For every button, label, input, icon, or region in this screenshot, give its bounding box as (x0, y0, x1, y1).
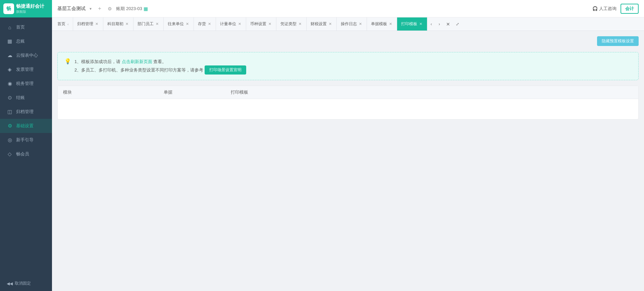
add-tab-button[interactable]: ＋ (96, 4, 104, 13)
tab-unit[interactable]: 计量单位 ✕ (216, 17, 246, 31)
period-label: 账期 (116, 6, 125, 12)
settings-button[interactable]: ⚙ (108, 6, 112, 11)
tab-inventory[interactable]: 存货 ✕ (194, 17, 216, 31)
tab-inventory-label: 存货 (198, 21, 206, 27)
hide-template-button[interactable]: 隐藏预置模板设置 (597, 36, 639, 46)
sidebar-nav: ⌂ 首页 ▦ 总账 ☁ 云报表中心 ◈ 发票管理 ◉ 税务管理 ⊙ 结账 ◫ 归… (0, 17, 52, 276)
top-right-area: 隐藏预置模板设置 (57, 36, 639, 49)
sidebar-item-label: 畅会员 (16, 151, 29, 157)
sidebar-item-label: 税务管理 (16, 81, 34, 87)
invoice-icon: ◈ (7, 66, 13, 72)
tab-printtemplate-label: 打印模板 (401, 21, 417, 27)
tab-printtemplate[interactable]: 打印模板 ✕ (397, 17, 427, 31)
main-area: 基层工会测试 ▾ ＋ ⚙ 账期 2023-03 ▦ 🎧 人工咨询 会计 首页 ‹… (52, 0, 644, 291)
sidebar-item-archive[interactable]: ◫ 归档管理 (0, 105, 52, 119)
logo-icon: 畅 (3, 3, 14, 14)
tab-subject[interactable]: 科目期初 ✕ (103, 17, 133, 31)
sidebar-item-label: 云报表中心 (16, 52, 38, 58)
accountant-button[interactable]: 会计 (621, 4, 639, 14)
member-icon: ◇ (7, 151, 13, 157)
tab-home-label: 首页 (57, 21, 65, 27)
unpin-icon: ◀◀ (7, 281, 13, 286)
sidebar-item-home[interactable]: ⌂ 首页 (0, 20, 52, 34)
tab-close-subject[interactable]: ✕ (125, 21, 129, 27)
tab-singledoc-label: 单据模板 (371, 21, 387, 27)
headset-icon: 🎧 (592, 6, 598, 11)
tab-subject-label: 科目期初 (107, 21, 123, 27)
print-scene-button[interactable]: 打印场景设置宣明 (205, 65, 246, 75)
tab-expand-button[interactable]: ⤢ (453, 17, 462, 31)
col-header-document: 单据 (158, 86, 225, 99)
tabbar: 首页 ‹ 归档管理 ✕ 科目期初 ✕ 部门员工 ✕ 往来单位 ✕ 存货 ✕ 计量… (52, 17, 644, 31)
tab-currency[interactable]: 币种设置 ✕ (246, 17, 276, 31)
notice-line2-before: 2、多员工、多打印机、多种业务类型设置不同打印方案等，请参考 (74, 66, 203, 74)
calendar-icon[interactable]: ▦ (144, 6, 148, 11)
tab-oplog-label: 操作日志 (341, 21, 357, 27)
sidebar-item-label: 发票管理 (16, 66, 34, 72)
tab-singledoc[interactable]: 单据模板 ✕ (367, 17, 397, 31)
notice-line1-before: 1、模板添加成功后，请 (74, 59, 120, 64)
support-label: 人工咨询 (599, 6, 616, 12)
tab-home[interactable]: 首页 ‹ (53, 17, 73, 31)
notice-box: 💡 1、模板添加成功后，请 点击刷新新页面 查看。 2、多员工、多打印机、多种业… (57, 52, 639, 80)
tab-close-oplog[interactable]: ✕ (358, 21, 363, 27)
tab-home-sep: ‹ (67, 22, 69, 26)
notice-line1: 1、模板添加成功后，请 点击刷新新页面 查看。 (74, 58, 246, 65)
tab-vendor[interactable]: 往来单位 ✕ (164, 17, 194, 31)
sidebar-item-invoice[interactable]: ◈ 发票管理 (0, 62, 52, 77)
sidebar-item-label: 基础设置 (16, 123, 34, 129)
table-body (58, 99, 638, 119)
tab-close-printtemplate[interactable]: ✕ (419, 21, 423, 27)
sidebar-item-label: 新手引导 (16, 137, 34, 143)
data-table: 模块 单据 打印模板 (57, 86, 639, 119)
tab-close-dept[interactable]: ✕ (155, 21, 159, 27)
support-button[interactable]: 🎧 人工咨询 (592, 6, 616, 12)
tab-tax-settings[interactable]: 财税设置 ✕ (307, 17, 337, 31)
sidebar-item-ledger[interactable]: ▦ 总账 (0, 34, 52, 48)
tab-close-archive[interactable]: ✕ (95, 21, 99, 27)
notice-refresh-link[interactable]: 点击刷新新页面 (122, 59, 152, 64)
tab-window-close-button[interactable]: ✕ (443, 17, 453, 31)
tab-currency-label: 币种设置 (250, 21, 266, 27)
tab-oplog[interactable]: 操作日志 ✕ (337, 17, 367, 31)
tab-close-singledoc[interactable]: ✕ (388, 21, 393, 27)
company-dropdown-icon[interactable]: ▾ (90, 6, 92, 11)
tab-close-inventory[interactable]: ✕ (207, 21, 212, 27)
tab-close-unit[interactable]: ✕ (237, 21, 242, 27)
tab-dept[interactable]: 部门员工 ✕ (133, 17, 164, 31)
notice-header: 💡 1、模板添加成功后，请 点击刷新新页面 查看。 2、多员工、多打印机、多种业… (64, 58, 632, 75)
sidebar-item-label: 首页 (16, 24, 25, 30)
settings-icon: ⚙ (7, 123, 13, 129)
sidebar-item-tax[interactable]: ◉ 税务管理 (0, 77, 52, 91)
col-header-template: 打印模板 (225, 86, 638, 99)
tab-voucher-label: 凭证类型 (280, 21, 297, 27)
sidebar: 畅 畅捷通好会计 旗舰版 ⌂ 首页 ▦ 总账 ☁ 云报表中心 ◈ 发票管理 ◉ … (0, 0, 52, 291)
sidebar-item-member[interactable]: ◇ 畅会员 (0, 147, 52, 161)
tab-next-button[interactable]: › (435, 17, 443, 31)
tab-close-voucher[interactable]: ✕ (298, 21, 302, 27)
notice-content: 1、模板添加成功后，请 点击刷新新页面 查看。 2、多员工、多打印机、多种业务类… (74, 58, 246, 75)
tab-tax-settings-label: 财税设置 (311, 21, 327, 27)
col-header-module: 模块 (58, 86, 158, 99)
sidebar-item-label: 总账 (16, 38, 25, 44)
notice-line1-after: 查看。 (153, 59, 166, 64)
table-header: 模块 单据 打印模板 (58, 86, 638, 99)
sidebar-item-reports[interactable]: ☁ 云报表中心 (0, 48, 52, 62)
sidebar-item-basic[interactable]: ⚙ 基础设置 (0, 119, 52, 133)
cloud-icon: ☁ (7, 52, 13, 58)
tab-close-tax-settings[interactable]: ✕ (328, 21, 332, 27)
sidebar-item-guide[interactable]: ◎ 新手引导 (0, 133, 52, 147)
unpin-button[interactable]: ◀◀ 取消固定 (0, 276, 52, 291)
tab-prev-button[interactable]: ‹ (427, 17, 435, 31)
tab-close-vendor[interactable]: ✕ (185, 21, 190, 27)
tab-close-currency[interactable]: ✕ (268, 21, 272, 27)
settlement-icon: ⊙ (7, 95, 13, 101)
content-area: 隐藏预置模板设置 💡 1、模板添加成功后，请 点击刷新新页面 查看。 2、多员工… (52, 31, 644, 291)
company-name: 基层工会测试 (57, 6, 86, 12)
accounting-period: 账期 2023-03 ▦ (116, 6, 148, 12)
tab-voucher[interactable]: 凭证类型 ✕ (276, 17, 307, 31)
lightbulb-icon: 💡 (64, 58, 71, 64)
sidebar-item-settlement[interactable]: ⊙ 结账 (0, 91, 52, 105)
notice-line2: 2、多员工、多打印机、多种业务类型设置不同打印方案等，请参考 打印场景设置宣明 (74, 65, 246, 75)
tab-archive[interactable]: 归档管理 ✕ (73, 17, 103, 31)
